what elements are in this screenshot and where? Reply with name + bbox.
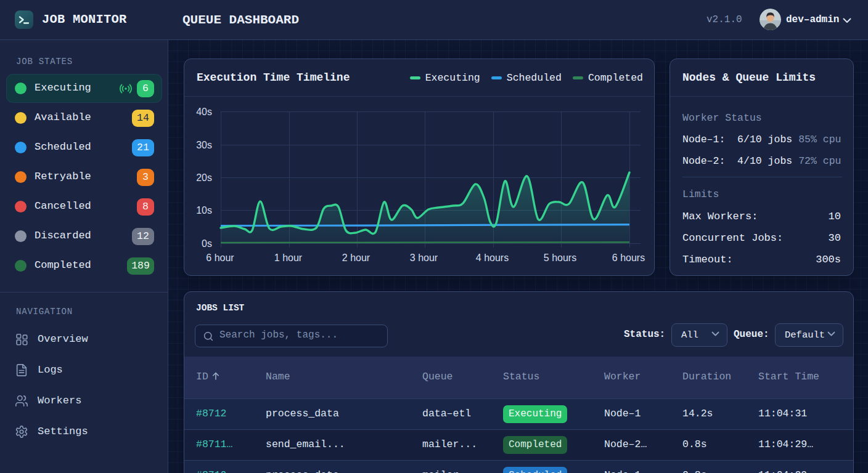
svg-text:6 hours: 6 hours <box>612 253 645 263</box>
svg-text:20s: 20s <box>196 172 212 183</box>
svg-text:5 hours: 5 hours <box>544 253 576 263</box>
svg-text:4 hours: 4 hours <box>476 253 509 263</box>
svg-text:3 hour: 3 hour <box>410 253 438 263</box>
svg-text:6 hour: 6 hour <box>206 253 234 263</box>
svg-text:30s: 30s <box>196 140 212 150</box>
svg-text:2 hour: 2 hour <box>342 253 371 263</box>
svg-text:0s: 0s <box>202 238 212 249</box>
svg-text:1 hour: 1 hour <box>274 253 303 263</box>
svg-text:10s: 10s <box>196 205 212 216</box>
svg-text:40s: 40s <box>196 107 212 117</box>
